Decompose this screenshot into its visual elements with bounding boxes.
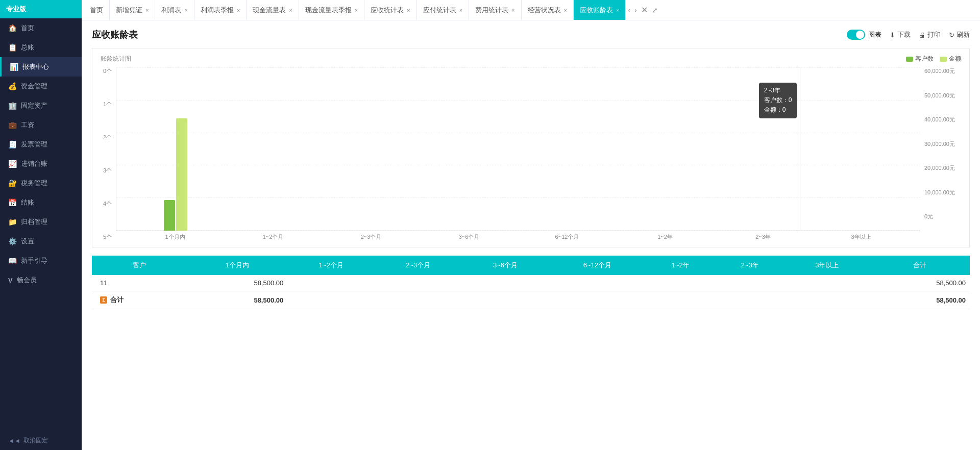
- sidebar-item-funds[interactable]: 💰 资金管理: [0, 77, 82, 96]
- y-left-4: 4个: [101, 200, 112, 208]
- sidebar-item-home[interactable]: 🏠 首页: [0, 18, 82, 38]
- tab-home[interactable]: 首页: [84, 0, 110, 20]
- page-title: 应收账龄表: [92, 29, 138, 41]
- tab-expense-stats-label: 费用统计表: [475, 6, 508, 15]
- table-row: 11 58,500.00 58,500.00: [92, 275, 970, 291]
- chart-toggle[interactable]: [847, 30, 865, 40]
- sidebar-label-sales: 进销台账: [21, 159, 47, 168]
- sidebar-pin-toggle[interactable]: ◄◄ 取消固定: [0, 431, 82, 450]
- tab-ar-aging[interactable]: 应收账龄表 ×: [574, 0, 626, 20]
- cell-1-2y: [646, 275, 715, 291]
- sum-text: 合计: [110, 295, 124, 305]
- cell-2-3m: [375, 275, 462, 291]
- tab-operations[interactable]: 经营状况表 ×: [522, 0, 574, 20]
- ledger-icon: 📋: [8, 43, 17, 52]
- sidebar-item-guide[interactable]: 📖 新手引导: [0, 251, 82, 270]
- sum-1-2m: [287, 291, 375, 309]
- y-left-0: 0个: [101, 67, 112, 75]
- tab-operations-close[interactable]: ×: [564, 7, 567, 13]
- y-left-3: 3个: [101, 167, 112, 174]
- sum-total: 58,500.00: [869, 291, 970, 309]
- tab-close-all[interactable]: ✕: [639, 0, 650, 20]
- sidebar-item-tax[interactable]: 🔐 税务管理: [0, 173, 82, 193]
- tab-cashflow-quarterly-close[interactable]: ×: [355, 7, 358, 13]
- chart-toggle-label: 图表: [868, 30, 881, 39]
- tab-nav-next[interactable]: ›: [632, 0, 639, 20]
- sidebar-label-vip: 畅会员: [17, 276, 37, 285]
- y-left-1: 1个: [101, 101, 112, 108]
- sum-label-cell: Σ 合计: [92, 291, 187, 309]
- download-label: 下载: [897, 30, 911, 39]
- sum-3y: [785, 291, 869, 309]
- page-header: 应收账龄表 图表 ⬇ 下载 🖨 打印 ↻ 刷新: [92, 29, 970, 41]
- tab-new-voucher-close[interactable]: ×: [145, 7, 149, 13]
- sidebar-label-tax: 税务管理: [21, 179, 47, 188]
- bar-group-1m: [127, 118, 225, 231]
- y-right-20k: 20,000.00元: [924, 164, 961, 172]
- sidebar: 专业版 🏠 首页 📋 总账 📊 报表中心 💰 资金管理 🏢 固定资产 💼 工资 …: [0, 0, 82, 450]
- sum-3-6m: [462, 291, 549, 309]
- refresh-label: 刷新: [957, 30, 970, 39]
- tab-ap-stats[interactable]: 应付统计表 ×: [417, 0, 469, 20]
- sidebar-item-settings[interactable]: ⚙️ 设置: [0, 232, 82, 251]
- tab-ar-aging-label: 应收账龄表: [580, 6, 613, 15]
- page-content: 应收账龄表 图表 ⬇ 下载 🖨 打印 ↻ 刷新: [82, 20, 980, 450]
- tab-ap-stats-close[interactable]: ×: [459, 7, 462, 13]
- sidebar-item-vip[interactable]: V 畅会员: [0, 270, 82, 290]
- sidebar-label-ledger: 总账: [21, 43, 34, 52]
- bar-1m-amount: [176, 118, 187, 231]
- legend-customer: 客户数: [906, 55, 934, 63]
- y-right-50k: 50,000.00元: [924, 92, 961, 99]
- tab-cashflow-quarterly[interactable]: 现金流量表季报 ×: [299, 0, 364, 20]
- cell-3-6m: [462, 275, 549, 291]
- sidebar-item-salary[interactable]: 💼 工资: [0, 115, 82, 135]
- app-logo: 专业版: [0, 0, 82, 18]
- funds-icon: 💰: [8, 82, 17, 90]
- tab-expand[interactable]: ⤢: [650, 0, 660, 20]
- print-button[interactable]: 🖨 打印: [919, 30, 941, 39]
- sidebar-label-guide: 新手引导: [21, 256, 47, 265]
- sidebar-item-reports[interactable]: 📊 报表中心: [0, 57, 82, 77]
- tab-ar-stats-close[interactable]: ×: [407, 7, 410, 13]
- sidebar-item-sales[interactable]: 📈 进销台账: [0, 154, 82, 173]
- tab-profit-quarterly[interactable]: 利润表季报 ×: [194, 0, 247, 20]
- y-right-10k: 10,000.00元: [924, 189, 961, 196]
- sidebar-item-ledger[interactable]: 📋 总账: [0, 38, 82, 57]
- tab-ar-aging-close[interactable]: ×: [616, 7, 619, 13]
- sum-1m: 58,500.00: [187, 291, 288, 309]
- download-button[interactable]: ⬇ 下载: [890, 30, 911, 39]
- legend-amount-label: 金额: [949, 55, 961, 63]
- tab-profit-close[interactable]: ×: [184, 7, 187, 13]
- vip-icon: V: [8, 277, 13, 284]
- sidebar-label-settings: 设置: [21, 237, 34, 246]
- sidebar-item-assets[interactable]: 🏢 固定资产: [0, 96, 82, 115]
- tab-nav-prev[interactable]: ‹: [626, 0, 632, 20]
- main-area: 首页 新增凭证 × 利润表 × 利润表季报 × 现金流量表 × 现金流量表季报 …: [82, 0, 980, 450]
- sum-2-3m: [375, 291, 462, 309]
- chart-title: 账龄统计图: [101, 55, 961, 63]
- invoices-icon: 🧾: [8, 140, 17, 148]
- sidebar-item-close[interactable]: 📅 结账: [0, 193, 82, 212]
- col-1-2y: 1~2年: [646, 256, 715, 275]
- tab-cashflow[interactable]: 现金流量表 ×: [247, 0, 299, 20]
- tab-ar-stats[interactable]: 应收统计表 ×: [364, 0, 416, 20]
- settings-icon: ⚙️: [8, 237, 17, 245]
- y-left-5: 5个: [101, 233, 112, 241]
- sidebar-item-archive[interactable]: 📁 归档管理: [0, 212, 82, 232]
- print-icon: 🖨: [919, 31, 925, 39]
- sidebar-label-assets: 固定资产: [21, 101, 47, 110]
- chart-bars-area: 2~3年 客户数：0 金额：0: [116, 67, 920, 231]
- tab-new-voucher[interactable]: 新增凭证 ×: [110, 0, 155, 20]
- sum-2-3y: [715, 291, 785, 309]
- tab-profit[interactable]: 利润表 ×: [155, 0, 194, 20]
- x-label-1m: 1个月内: [126, 233, 224, 241]
- cell-total: 58,500.00: [869, 275, 970, 291]
- tab-profit-quarterly-close[interactable]: ×: [237, 7, 240, 13]
- tab-cashflow-close[interactable]: ×: [289, 7, 292, 13]
- y-axis-left: 5个 4个 3个 2个 1个 0个: [101, 67, 116, 241]
- refresh-button[interactable]: ↻ 刷新: [949, 30, 970, 39]
- sidebar-label-reports: 报表中心: [22, 62, 49, 71]
- tab-expense-stats[interactable]: 费用统计表 ×: [469, 0, 521, 20]
- tab-expense-stats-close[interactable]: ×: [511, 7, 514, 13]
- sidebar-item-invoices[interactable]: 🧾 发票管理: [0, 135, 82, 154]
